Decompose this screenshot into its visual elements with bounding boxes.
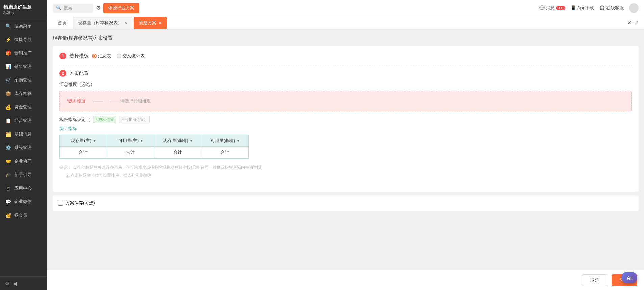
expand-tab-btn[interactable]: ⤢ [634,20,639,26]
tabs-actions: ✕ ⤢ [627,20,639,26]
sidebar-icon-finance: 💰 [5,104,11,111]
sidebar-icon-member: 👑 [5,212,11,219]
sidebar-item-wechat[interactable]: 💬 企业微信 [0,195,47,209]
ai-fab-button[interactable]: Ai [621,272,637,283]
sidebar-item-finance[interactable]: 💰 资金管理 [0,100,47,114]
cancel-button[interactable]: 取消 [582,274,608,286]
tips-title: 提示： 1.拖动标题栏可以调整布局，不可跨维度或指标区域拖动栏目字段(只能在同一… [59,163,632,171]
sidebar-icon-search: 🔍 [5,23,11,29]
sidebar-icon-purchase: 🛒 [5,77,11,83]
tips-section: 提示： 1.拖动标题栏可以调整布局，不可跨维度或指标区域拖动栏目字段(只能在同一… [59,163,632,179]
user-avatar[interactable] [629,3,639,13]
indicator-text: 模板指标设定（ [59,117,90,123]
sidebar-item-appstore[interactable]: 📱 应用中心 [0,182,47,195]
sidebar-label-search: 搜索菜单 [14,23,32,29]
tab-inventory[interactable]: 现存量（库存状况表） ✕ [73,17,132,29]
tab-new-plan-close[interactable]: ✕ [158,21,162,25]
footer: 取消 查询 [47,270,644,290]
sidebar-icon-newbie: 🎓 [5,171,11,178]
sidebar-label-newbie: 新手引导 [14,172,32,178]
section2-num: 2 [59,70,66,77]
template-radio-group: 汇总表 交叉统计表 [92,53,145,59]
stats-table: 现存量(主) ▾ 可用量(主) ▾ 现存量(基辅) ▾ [59,135,249,159]
message-badge: 99+ [556,6,565,10]
app-download-btn[interactable]: 📱 App下载 [571,5,594,11]
sidebar-icon-basic: 🗂️ [5,131,11,138]
sidebar-item-inventory[interactable]: 📦 库存核算 [0,87,47,100]
sidebar-item-purchase[interactable]: 🛒 采购管理 [0,73,47,87]
stats-col-4-header[interactable]: 可用量(基辅) ▾ [201,135,248,146]
search-bar[interactable]: 🔍 搜索 [53,4,93,13]
aggregate-dim-label: 汇总维度（必选） [59,81,632,88]
sidebar-item-newbie[interactable]: 🎓 新手引导 [0,168,47,182]
sidebar-item-system[interactable]: ⚙️ 系统管理 [0,141,47,154]
col2-chevron: ▾ [141,139,143,143]
toggle-sidebar-icon[interactable]: ◀ [13,280,17,287]
sidebar-item-search[interactable]: 🔍 搜索菜单 [0,19,47,33]
sidebar-icon-appstore: 📱 [5,185,11,192]
sidebar-icon-operations: 📋 [5,117,11,124]
sidebar-label-operations: 经营管理 [14,118,32,124]
section2-title: 方案配置 [70,70,89,76]
sidebar-icon-enterprise: 🤝 [5,158,11,165]
divider1 [59,65,632,65]
message-btn[interactable]: 💬 消息 99+ [539,5,565,11]
industry-btn[interactable]: 体验行业方案 [103,3,139,13]
save-label: 方案保存(可选) [66,200,95,206]
sidebar-label-inventory: 库存核算 [14,91,32,97]
settings-icon[interactable]: ⚙ [5,280,9,287]
tab-home-label: 首页 [58,20,67,26]
vertical-dim-label: *纵向维度 [67,98,86,104]
sidebar-item-basic[interactable]: 🗂️ 基础信息 [0,127,47,141]
dim-placeholder[interactable]: —— 请选择分组维度 [110,98,151,104]
radio-summary-btn [92,54,97,58]
tab-new-plan[interactable]: 新建方案 ✕ [134,17,167,29]
radio-summary[interactable]: 汇总表 [92,53,111,59]
sidebar-item-sales[interactable]: 📊 销售管理 [0,60,47,73]
radio-cross-label: 交叉统计表 [123,53,145,59]
gear-icon[interactable]: ⚙ [96,5,101,11]
section1-num: 1 [59,53,66,59]
sidebar-item-enterprise[interactable]: 🤝 企业协同 [0,154,47,168]
sidebar-item-shortcut[interactable]: ⚡ 快捷导航 [0,33,47,46]
tip2-text: 2. 点击标题栏下拉可设置排序、插入列和删除列 [66,173,152,178]
stats-label: 统计指标 [59,126,632,132]
tab-inventory-close[interactable]: ✕ [124,21,127,25]
dim-area: *纵向维度 —— —— 请选择分组维度 [59,91,632,111]
settings-card: 1 选择模板 汇总表 交叉统计表 [53,46,639,192]
stats-col-3-header[interactable]: 现存量(基辅) ▾ [154,135,202,146]
app-icon: 📱 [571,5,576,10]
topbar: 🔍 搜索 ⚙ 体验行业方案 💬 消息 99+ 📱 App下载 🎧 在线客服 [47,0,644,16]
sidebar-item-operations[interactable]: 📋 经营管理 [0,114,47,127]
stats-body-row: 合计 合计 合计 合计 [60,146,248,158]
sidebar-item-member[interactable]: 👑 畅会员 [0,209,47,222]
sidebar-label-marketing: 营销推广 [14,50,32,56]
indicator-section: 模板指标设定（ 可拖动位置 不可拖动位置） 统计指标 现存量(主) ▾ [59,116,632,159]
sidebar-bottom: ⚙ ◀ [0,276,47,290]
stats-header-row: 现存量(主) ▾ 可用量(主) ▾ 现存量(基辅) ▾ [60,135,248,146]
radio-cross[interactable]: 交叉统计表 [117,53,145,59]
save-checkbox[interactable] [58,201,63,206]
stats-col-2-header[interactable]: 可用量(主) ▾ [107,135,154,146]
sidebar-icon-wechat: 💬 [5,198,11,205]
col3-label: 现存量(基辅) [163,138,188,144]
sidebar-icon-shortcut: ⚡ [5,36,11,43]
sidebar-label-finance: 资金管理 [14,104,32,110]
col4-label: 可用量(基辅) [210,138,236,144]
online-service-btn[interactable]: 🎧 在线客服 [599,5,624,11]
message-icon: 💬 [539,5,545,10]
sidebar-icon-inventory: 📦 [5,90,11,97]
save-row: 方案保存(可选) [53,195,639,211]
close-tab-btn[interactable]: ✕ [627,20,631,26]
stats-col-2-value: 合计 [107,147,154,158]
search-placeholder: 搜索 [64,5,72,11]
sidebar-label-appstore: 应用中心 [14,185,32,191]
stats-col-1-header[interactable]: 现存量(主) ▾ [60,135,107,146]
headset-icon: 🎧 [599,5,605,10]
stats-col-3-value: 合计 [154,147,202,158]
col3-chevron: ▾ [190,139,192,143]
topbar-right: 💬 消息 99+ 📱 App下载 🎧 在线客服 [539,3,639,13]
tip1-text: 1.拖动标题栏可以调整布局，不可跨维度或指标区域拖动栏目字段(只能在同一维度或指… [74,165,263,170]
sidebar-item-marketing[interactable]: 🎁 营销推广 [0,46,47,60]
tab-home[interactable]: 首页 [53,17,72,29]
